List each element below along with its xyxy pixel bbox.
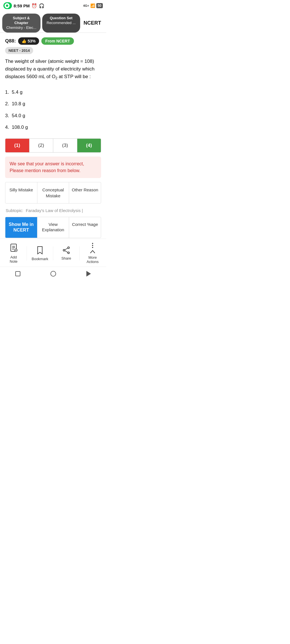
status-time: 8:59 PM — [14, 3, 30, 8]
reason-row: Silly Mistake ConceptualMistake Other Re… — [5, 182, 101, 204]
dot-1 — [92, 243, 93, 244]
dot-3 — [92, 247, 93, 248]
share-label: Share — [61, 256, 71, 260]
svg-point-8 — [68, 247, 69, 249]
recents-icon — [15, 271, 20, 276]
subtopic-value: Faraday's Law of Electrolysis | — [25, 208, 83, 213]
bookmark-icon — [37, 246, 43, 256]
subtopic-row: Subtopic: Faraday's Law of Electrolysis … — [5, 208, 101, 213]
answer-label-1: (1) — [14, 143, 20, 148]
add-note-label: Add Note — [10, 255, 17, 264]
view-explanation-button[interactable]: View Explanation — [37, 217, 69, 238]
add-note-button[interactable]: Add Note — [1, 242, 26, 265]
subject-chapter-tab[interactable]: Subject & Chapter Chemistry - Elec... — [2, 14, 40, 33]
view-explanation-label: View Explanation — [42, 222, 64, 232]
note-icon-svg — [10, 243, 18, 252]
add-note-icon — [10, 243, 18, 254]
show-ncert-button[interactable]: Show Me in NCERT — [5, 217, 37, 238]
more-actions-label: More Actions — [87, 255, 99, 264]
three-dots-icon — [92, 243, 93, 248]
subject-chapter-sub: Chemistry - Elec... — [6, 25, 37, 30]
answer-row: (1) (2) (3) (4) — [5, 138, 101, 153]
show-ncert-line2: NCERT — [13, 228, 29, 232]
question-set-tab[interactable]: Question Set Recommended ... — [42, 14, 80, 33]
answer-label-3: (3) — [62, 143, 68, 148]
bookmark-button[interactable]: Bookmark — [27, 245, 52, 262]
reason-other[interactable]: Other Reason — [69, 182, 101, 203]
answer-cell-1[interactable]: (1) — [5, 139, 29, 152]
correct-percentage-label: Correct %age — [72, 222, 98, 227]
bookmark-label: Bookmark — [32, 257, 48, 261]
dot-2 — [92, 245, 93, 246]
reason-silly-label: Silly Mistake — [9, 187, 33, 192]
more-actions-button[interactable]: More Actions — [80, 242, 105, 265]
show-ncert-line1: Show Me in — [9, 222, 34, 227]
reason-conceptual[interactable]: ConceptualMistake — [37, 182, 69, 203]
answer-cell-4[interactable]: (4) — [77, 139, 101, 152]
battery-indicator: 50 — [96, 3, 103, 8]
thumb-icon: 👍 — [22, 39, 26, 43]
divider-1 — [27, 246, 27, 260]
share-icon — [62, 247, 70, 255]
subject-chapter-label: Subject & Chapter — [6, 16, 37, 25]
answer-label-2: (2) — [38, 143, 44, 148]
answer-cell-2[interactable]: (2) — [29, 139, 54, 152]
bottom-toolbar: Add Note Bookmark Share — [0, 239, 106, 267]
neet-badge: NEET - 2014 — [5, 47, 33, 54]
nav-home-button[interactable] — [49, 270, 57, 278]
share-button[interactable]: Share — [54, 245, 79, 262]
like-percent: 53% — [28, 39, 36, 43]
chevron-up-icon — [90, 250, 95, 254]
svg-line-11 — [65, 251, 68, 252]
back-icon — [86, 271, 91, 277]
divider-2 — [53, 246, 53, 260]
camera-icon — [5, 3, 10, 8]
nav-recents-button[interactable] — [14, 270, 22, 278]
tab-bar: Subject & Chapter Chemistry - Elec... Qu… — [0, 11, 106, 33]
incorrect-message: We see that your answer is incorrect, Pl… — [10, 161, 84, 173]
main-content: Q88: 👍 53% From NCERT NEET - 2014 The we… — [0, 33, 106, 238]
option-3[interactable]: 3. 54.0 g — [5, 110, 101, 122]
more-actions-line2: Actions — [87, 260, 99, 264]
more-actions-icon — [90, 243, 95, 254]
answer-label-4: (4) — [86, 143, 92, 148]
more-actions-line1: More — [88, 255, 97, 260]
headphone-icon: 🎧 — [39, 3, 44, 8]
question-header: Q88: 👍 53% From NCERT NEET - 2014 — [5, 37, 101, 54]
option-2[interactable]: 2. 10.8 g — [5, 98, 101, 110]
signal-icon: 📶 — [90, 3, 95, 8]
like-badge: 👍 53% — [18, 37, 39, 45]
answer-cell-3[interactable]: (3) — [53, 139, 77, 152]
reason-conceptual-label: ConceptualMistake — [42, 187, 64, 198]
share-icon-svg — [62, 247, 70, 254]
home-icon — [50, 271, 56, 277]
camera-toggle[interactable] — [3, 2, 12, 9]
svg-point-7 — [63, 249, 65, 251]
question-number: Q88: — [5, 38, 16, 44]
alarm-icon: ⏰ — [31, 3, 37, 8]
ncert-tab-label: NCERT — [84, 20, 101, 26]
nav-back-button[interactable] — [85, 270, 93, 278]
add-note-line2: Note — [10, 259, 17, 264]
correct-percentage-button[interactable]: Correct %age — [69, 217, 101, 238]
question-set-label: Question Set — [46, 16, 76, 21]
option-4[interactable]: 4. 108.0 g — [5, 121, 101, 133]
reason-other-label: Other Reason — [72, 187, 98, 192]
subtopic-label: Subtopic: — [6, 208, 24, 213]
network-label: 4G+ — [83, 4, 89, 7]
svg-line-10 — [65, 248, 68, 250]
bookmark-icon-svg — [37, 246, 43, 254]
question-text: The weight of silver (atomic weight = 10… — [5, 57, 101, 81]
status-left: 8:59 PM ⏰ 🎧 — [3, 2, 44, 9]
system-nav-bar — [0, 267, 106, 282]
reason-silly[interactable]: Silly Mistake — [5, 182, 37, 203]
action-row: Show Me in NCERT View Explanation Correc… — [5, 217, 101, 238]
divider-3 — [79, 246, 80, 260]
status-bar: 8:59 PM ⏰ 🎧 4G+ 📶 50 — [0, 0, 106, 11]
status-icons: 4G+ 📶 50 — [83, 3, 103, 8]
incorrect-notice: We see that your answer is incorrect, Pl… — [5, 157, 101, 178]
question-set-sub: Recommended ... — [46, 21, 76, 25]
ncert-tab[interactable]: NCERT — [82, 14, 104, 33]
add-note-line1: Add — [10, 255, 17, 259]
option-1[interactable]: 1. 5.4 g — [5, 86, 101, 98]
